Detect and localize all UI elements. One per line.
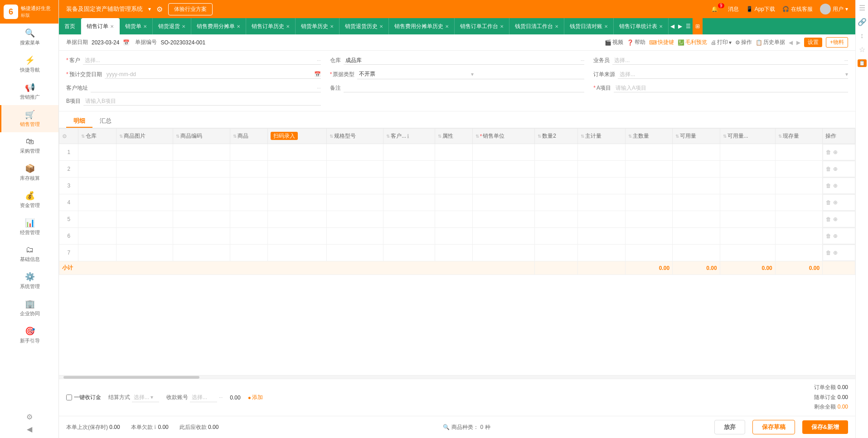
row-customer-ref[interactable]	[383, 178, 435, 194]
account-select[interactable]: 选择...	[190, 393, 217, 402]
view-btn[interactable]: 🎬 视频	[605, 39, 623, 46]
address-more-icon[interactable]: ···	[317, 86, 320, 91]
order-source-input[interactable]	[618, 70, 845, 78]
row-main-unit[interactable]	[578, 194, 625, 211]
row-available[interactable]	[673, 178, 720, 194]
row-main-unit[interactable]	[578, 228, 625, 245]
help-btn[interactable]: ❓ 帮助	[627, 39, 645, 46]
notification-btn[interactable]: 🔔 9 消息	[711, 5, 739, 13]
row-customer-ref[interactable]	[383, 194, 435, 211]
row-scan[interactable]	[268, 194, 326, 211]
row-scan[interactable]	[268, 144, 326, 161]
tab-sales-order[interactable]: 销售订单 ✕	[81, 18, 120, 34]
row-available[interactable]	[673, 194, 720, 211]
delivery-date-input[interactable]	[105, 70, 314, 78]
row-unit[interactable]	[472, 245, 535, 261]
row-code[interactable]	[173, 161, 230, 178]
row-available2[interactable]	[720, 161, 775, 178]
row-copy-icon[interactable]: ⊕	[833, 216, 838, 222]
row-customer-ref[interactable]	[383, 211, 435, 228]
row-image[interactable]	[116, 194, 173, 211]
row-qty2[interactable]	[535, 194, 578, 211]
nav-prev-icon[interactable]: ◀	[789, 39, 793, 46]
row-copy-icon[interactable]: ⊕	[833, 183, 838, 189]
row-qty2[interactable]	[535, 161, 578, 178]
row-main-qty[interactable]	[625, 194, 672, 211]
tab-sales-expense[interactable]: 销售费用分摊单 ✕	[191, 18, 246, 34]
row-attribute[interactable]	[435, 194, 472, 211]
customer-input[interactable]	[83, 56, 317, 64]
quick-settle-check[interactable]	[66, 395, 72, 400]
row-code[interactable]	[173, 228, 230, 245]
row-product[interactable]	[230, 194, 268, 211]
online-support-btn[interactable]: 🎧 在线客服	[782, 5, 813, 13]
sidebar-item-inventory[interactable]: 📦 库存核算	[0, 159, 58, 186]
row-product[interactable]	[230, 245, 268, 261]
save-new-btn[interactable]: 保存&新增	[802, 420, 848, 434]
sidebar-settings[interactable]: ⚙	[26, 413, 33, 421]
nav-next-icon[interactable]: ▶	[796, 39, 800, 46]
row-available2[interactable]	[720, 178, 775, 194]
row-attribute[interactable]	[435, 228, 472, 245]
row-warehouse[interactable]	[78, 245, 116, 261]
row-image[interactable]	[116, 161, 173, 178]
row-available2[interactable]	[720, 194, 775, 211]
row-copy-icon[interactable]: ⊕	[833, 199, 838, 206]
row-main-qty[interactable]	[625, 228, 672, 245]
invoice-type-select[interactable]: 不开票 ▾	[357, 69, 584, 79]
app-download-btn[interactable]: 📱 App下载	[746, 5, 775, 13]
calendar-icon[interactable]: 📅	[123, 39, 130, 46]
row-main-unit[interactable]	[578, 245, 625, 261]
row-product[interactable]	[230, 144, 268, 161]
tab-close-icon[interactable]: ✕	[500, 24, 504, 29]
settings-icon[interactable]: ⚙	[62, 133, 67, 140]
sidebar-item-guide[interactable]: 🎯 新手引导	[0, 322, 58, 349]
row-attribute[interactable]	[435, 144, 472, 161]
settle-method-select[interactable]: 选择... ▾	[132, 393, 159, 402]
row-current[interactable]	[775, 228, 822, 245]
row-delete-icon[interactable]: 🗑	[826, 199, 831, 206]
row-unit[interactable]	[472, 194, 535, 211]
row-code[interactable]	[173, 178, 230, 194]
row-unit[interactable]	[472, 211, 535, 228]
row-scan[interactable]	[268, 161, 326, 178]
col-scan[interactable]: 扫码录入	[268, 129, 326, 144]
row-spec[interactable]	[326, 178, 383, 194]
row-delete-icon[interactable]: 🗑	[826, 183, 831, 189]
row-product[interactable]	[230, 161, 268, 178]
tab-close-icon[interactable]: ✕	[182, 24, 185, 29]
topbar-gear-icon[interactable]: ⚙	[156, 5, 163, 14]
row-warehouse[interactable]	[78, 144, 116, 161]
tab-sales-return[interactable]: 销货退货 ✕	[153, 18, 191, 34]
row-main-unit[interactable]	[578, 161, 625, 178]
tab-daily-workbench[interactable]: 钱货日清工作台 ✕	[509, 18, 564, 34]
warehouse-more-icon[interactable]: ···	[581, 58, 584, 63]
row-unit[interactable]	[472, 161, 535, 178]
row-available2[interactable]	[720, 144, 775, 161]
tab-close-icon[interactable]: ✕	[445, 24, 449, 29]
tab-close-icon[interactable]: ✕	[379, 24, 383, 29]
salesperson-input[interactable]	[612, 56, 844, 64]
row-copy-icon[interactable]: ⊕	[833, 250, 838, 256]
row-available2[interactable]	[720, 228, 775, 245]
delivery-calendar-icon[interactable]: 📅	[314, 71, 321, 77]
row-code[interactable]	[173, 211, 230, 228]
row-delete-icon[interactable]: 🗑	[826, 216, 831, 222]
tab-order-stats[interactable]: 销售订单统计表 ✕	[614, 18, 669, 34]
row-unit[interactable]	[472, 228, 535, 245]
sidebar-item-sales[interactable]: 🛒 销售管理	[0, 105, 58, 132]
tab-daily-reconcile[interactable]: 钱货日清对账 ✕	[564, 18, 614, 34]
shortcut-btn[interactable]: ⌨ 快捷键	[649, 39, 674, 46]
add-material-btn[interactable]: +物料	[826, 37, 848, 48]
sidebar-collapse[interactable]: ◀	[27, 425, 32, 433]
tab-close-icon[interactable]: ✕	[604, 24, 608, 29]
row-warehouse[interactable]	[78, 211, 116, 228]
tab-close-icon[interactable]: ✕	[659, 24, 663, 29]
row-attribute[interactable]	[435, 161, 472, 178]
row-main-qty[interactable]	[625, 245, 672, 261]
sidebar-item-search[interactable]: 🔍 搜索菜单	[0, 24, 58, 51]
row-customer-ref[interactable]	[383, 228, 435, 245]
tab-expense-history[interactable]: 销售费用分摊单历史 ✕	[389, 18, 455, 34]
row-main-qty[interactable]	[625, 161, 672, 178]
tab-summary[interactable]: 汇总	[92, 115, 119, 128]
